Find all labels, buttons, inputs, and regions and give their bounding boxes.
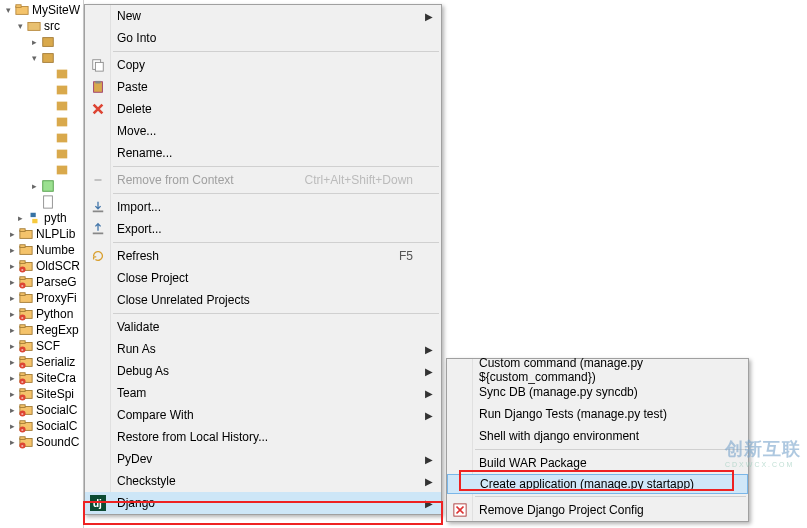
svg-rect-12: [43, 181, 54, 192]
expand-arrow-icon[interactable]: ▾: [14, 21, 26, 31]
package-icon: [54, 67, 70, 81]
menu-move[interactable]: Move...: [85, 120, 441, 142]
expand-arrow-icon[interactable]: ▾: [28, 53, 40, 63]
submenu-syncdb[interactable]: Sync DB (manage.py syncdb): [447, 381, 748, 403]
project-icon: x: [18, 403, 34, 417]
tree-project[interactable]: ▸xPython: [0, 306, 83, 322]
tree-pkg[interactable]: [0, 114, 83, 130]
submenu-removeconf[interactable]: Remove Django Project Config: [447, 499, 748, 521]
tree-project[interactable]: ▸xSiteSpi: [0, 386, 83, 402]
svg-rect-67: [93, 211, 104, 213]
expand-arrow-icon[interactable]: ▸: [6, 229, 18, 239]
svg-rect-17: [20, 245, 25, 248]
expand-arrow-icon[interactable]: ▾: [2, 5, 14, 15]
menu-pydev[interactable]: PyDev▶: [85, 448, 441, 470]
box-icon: [40, 179, 56, 193]
menu-comparewith[interactable]: Compare With▶: [85, 404, 441, 426]
tree-pkg[interactable]: [0, 130, 83, 146]
menu-gointo[interactable]: Go Into: [85, 27, 441, 49]
menu-closeproj[interactable]: Close Project: [85, 267, 441, 289]
project-tree[interactable]: ▾ MySiteW ▾ src ▸ ▾ ▸ ▸pyth ▸NLPLib▸Numb…: [0, 0, 84, 528]
tree-python[interactable]: ▸pyth: [0, 210, 83, 226]
paste-icon: [90, 79, 106, 95]
expand-arrow-icon[interactable]: ▸: [28, 181, 40, 191]
package-icon: [54, 83, 70, 97]
project-icon: [18, 243, 34, 257]
tree-pkg[interactable]: [0, 162, 83, 178]
tree-project[interactable]: ▸xSerializ: [0, 354, 83, 370]
submenu-buildwar[interactable]: Build WAR Package: [447, 452, 748, 474]
expand-arrow-icon[interactable]: ▸: [6, 261, 18, 271]
project-icon: x: [18, 275, 34, 289]
menu-export[interactable]: Export...: [85, 218, 441, 240]
tree-project[interactable]: ▸xOldSCR: [0, 258, 83, 274]
tree-project[interactable]: ▸ProxyFi: [0, 290, 83, 306]
expand-arrow-icon[interactable]: ▸: [6, 357, 18, 367]
menu-copy[interactable]: Copy: [85, 54, 441, 76]
menu-django[interactable]: djDjango▶: [85, 492, 441, 514]
svg-rect-6: [57, 86, 68, 95]
tree-project[interactable]: ▸xSocialC: [0, 402, 83, 418]
tree-project[interactable]: ▸Numbe: [0, 242, 83, 258]
tree-pkg[interactable]: [0, 194, 83, 210]
menu-runas[interactable]: Run As▶: [85, 338, 441, 360]
expand-arrow-icon[interactable]: ▸: [28, 37, 40, 47]
tree-pkg[interactable]: ▾: [0, 50, 83, 66]
tree-root[interactable]: ▾ MySiteW: [0, 2, 83, 18]
svg-rect-27: [20, 293, 25, 296]
expand-arrow-icon[interactable]: ▸: [6, 309, 18, 319]
menu-team[interactable]: Team▶: [85, 382, 441, 404]
tree-pkg[interactable]: [0, 146, 83, 162]
svg-rect-51: [20, 405, 25, 408]
expand-arrow-icon[interactable]: ▸: [6, 245, 18, 255]
django-submenu[interactable]: Custom command (manage.py ${custom_comma…: [446, 358, 749, 522]
menu-paste[interactable]: Paste: [85, 76, 441, 98]
tree-pkg[interactable]: ▸: [0, 34, 83, 50]
tree-project[interactable]: ▸RegExp: [0, 322, 83, 338]
package-icon: [40, 51, 56, 65]
context-menu[interactable]: New▶ Go Into Copy Paste Delete Move... R…: [84, 4, 442, 515]
menu-refresh[interactable]: RefreshF5: [85, 245, 441, 267]
submenu-arrow-icon: ▶: [425, 388, 433, 399]
expand-arrow-icon[interactable]: ▸: [6, 437, 18, 447]
tree-label: src: [44, 19, 60, 33]
tree-pkg[interactable]: [0, 66, 83, 82]
menu-closeunrel[interactable]: Close Unrelated Projects: [85, 289, 441, 311]
expand-arrow-icon[interactable]: ▸: [6, 277, 18, 287]
tree-project[interactable]: ▸xSCF: [0, 338, 83, 354]
submenu-arrow-icon: ▶: [425, 454, 433, 465]
menu-delete[interactable]: Delete: [85, 98, 441, 120]
tree-src[interactable]: ▾ src: [0, 18, 83, 34]
expand-arrow-icon[interactable]: ▸: [6, 373, 18, 383]
menu-rename[interactable]: Rename...: [85, 142, 441, 164]
tree-pkg[interactable]: [0, 98, 83, 114]
menu-restore[interactable]: Restore from Local History...: [85, 426, 441, 448]
expand-arrow-icon[interactable]: ▸: [6, 389, 18, 399]
tree-label: SiteCra: [36, 371, 76, 385]
tree-project[interactable]: ▸xSoundC: [0, 434, 83, 450]
expand-arrow-icon[interactable]: ▸: [6, 341, 18, 351]
submenu-custom[interactable]: Custom command (manage.py ${custom_comma…: [447, 359, 748, 381]
svg-rect-63: [95, 62, 103, 71]
expand-arrow-icon[interactable]: ▸: [6, 325, 18, 335]
expand-arrow-icon[interactable]: ▸: [14, 213, 26, 223]
menu-import[interactable]: Import...: [85, 196, 441, 218]
tree-project[interactable]: ▸xParseG: [0, 274, 83, 290]
expand-arrow-icon[interactable]: ▸: [6, 293, 18, 303]
tree-pkg[interactable]: ▸: [0, 178, 83, 194]
tree-pkg[interactable]: [0, 82, 83, 98]
menu-debugas[interactable]: Debug As▶: [85, 360, 441, 382]
package-icon: [40, 35, 56, 49]
tree-project[interactable]: ▸xSocialC: [0, 418, 83, 434]
menu-validate[interactable]: Validate: [85, 316, 441, 338]
package-icon: [54, 115, 70, 129]
tree-project[interactable]: ▸NLPLib: [0, 226, 83, 242]
submenu-createapp[interactable]: Create application (manage.py startapp): [447, 474, 748, 494]
menu-new[interactable]: New▶: [85, 5, 441, 27]
submenu-shell[interactable]: Shell with django environment: [447, 425, 748, 447]
menu-checkstyle[interactable]: Checkstyle▶: [85, 470, 441, 492]
tree-project[interactable]: ▸xSiteCra: [0, 370, 83, 386]
expand-arrow-icon[interactable]: ▸: [6, 421, 18, 431]
submenu-runtests[interactable]: Run Django Tests (manage.py test): [447, 403, 748, 425]
expand-arrow-icon[interactable]: ▸: [6, 405, 18, 415]
